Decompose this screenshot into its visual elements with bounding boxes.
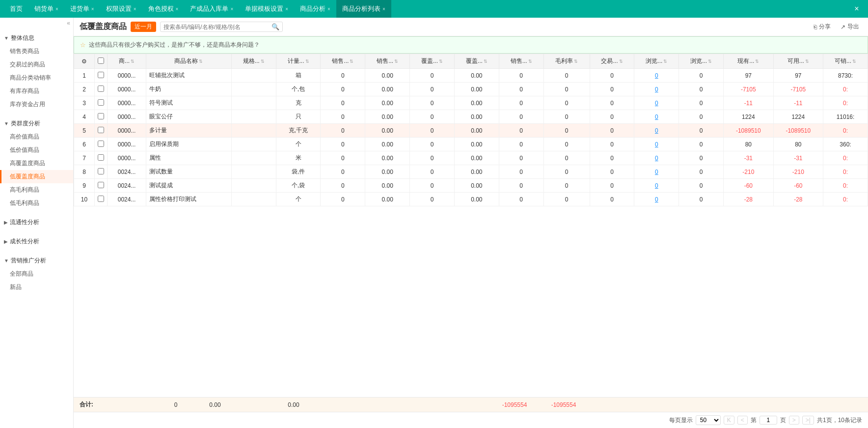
- sidebar-item-new-goods[interactable]: 新品: [0, 281, 73, 294]
- nav-close-analysis-list[interactable]: ×: [382, 6, 385, 12]
- col-coverage2[interactable]: 覆盖...⇅: [454, 54, 499, 69]
- col-sales-other[interactable]: 销售...⇅: [499, 54, 543, 69]
- table-row: 100024...属性价格打印测试个00.0000.0000000-28-280…: [74, 193, 868, 206]
- table-row: 50000...多计量克,千克00.0000.0000000-1089510-1…: [74, 124, 868, 138]
- sidebar-collapse-button[interactable]: «: [0, 18, 73, 29]
- sidebar-group-category[interactable]: ▼ 类群度分析: [0, 117, 73, 130]
- nav-close-purchase[interactable]: ×: [91, 6, 94, 12]
- sidebar-item-sales-goods[interactable]: 销售类商品: [0, 45, 73, 58]
- nav-permission-settings[interactable]: 权限设置 ×: [100, 0, 142, 18]
- nav-product-analysis[interactable]: 商品分析 ×: [294, 0, 336, 18]
- col-spec[interactable]: 规格...⇅: [231, 54, 276, 69]
- col-checkbox: [94, 54, 107, 69]
- nav-purchase-order[interactable]: 进货单 ×: [64, 0, 100, 18]
- collapse-icon: «: [67, 20, 70, 27]
- share-icon: ⎗: [814, 24, 817, 30]
- col-sales-amount[interactable]: 销售...⇅: [365, 54, 410, 69]
- footer-sales-count: 0: [156, 401, 195, 408]
- main-area: « ▼ 整体信息 销售类商品 交易过的商品 商品分类动销率 有库存商品 库存资金…: [0, 18, 868, 428]
- search-icon: 🔍: [271, 23, 279, 30]
- col-gross-margin[interactable]: 毛利率⇅: [543, 54, 590, 69]
- sidebar-item-high-margin[interactable]: 高毛利商品: [0, 183, 73, 197]
- nav-close-analysis[interactable]: ×: [327, 6, 330, 12]
- sidebar-item-traded-goods[interactable]: 交易过的商品: [0, 58, 73, 71]
- col-browse2[interactable]: 浏览...⇅: [679, 54, 724, 69]
- select-all-checkbox[interactable]: [98, 57, 104, 64]
- prev-page-button[interactable]: <: [737, 416, 748, 425]
- search-input[interactable]: [163, 24, 271, 30]
- nav-home[interactable]: 首页: [4, 0, 28, 18]
- col-unit[interactable]: 计量...⇅: [276, 54, 321, 69]
- col-transaction[interactable]: 交易...⇅: [590, 54, 634, 69]
- page-title: 低覆盖度商品: [80, 22, 127, 32]
- export-icon: ↗: [841, 24, 845, 30]
- nav-product-inbound[interactable]: 产成品入库单 ×: [184, 0, 239, 18]
- footer-stock-available: -1095554: [539, 401, 588, 408]
- info-banner: ☆ 这些商品只有很少客户购买过，是推广不够，还是商品本身问题？: [74, 36, 868, 54]
- export-button[interactable]: ↗ 导出: [838, 22, 862, 32]
- col-name[interactable]: 商品名称⇅: [146, 54, 232, 69]
- sidebar-item-low-margin[interactable]: 低毛利商品: [0, 197, 73, 210]
- data-table: ⚙ 商...⇅ 商品名称⇅ 规格...⇅ 计量...⇅ 销售...⇅ 销售...…: [74, 54, 868, 206]
- sidebar-section-marketing: ▼ 营销推广分析 全部商品 新品: [0, 251, 73, 297]
- arrow-icon-marketing: ▼: [4, 258, 9, 263]
- sidebar-section-growth: ▶ 成长性分析: [0, 232, 73, 251]
- content-header: 低覆盖度商品 近一月 🔍 ⎗ 分享 ↗ 导出: [74, 18, 868, 36]
- col-settings[interactable]: ⚙: [74, 54, 95, 69]
- page-label: 页: [780, 416, 786, 425]
- table-wrapper[interactable]: ⚙ 商...⇅ 商品名称⇅ 规格...⇅ 计量...⇅ 销售...⇅ 销售...…: [74, 54, 868, 397]
- footer-stock-current: -1095554: [490, 401, 539, 408]
- table-header-row: ⚙ 商...⇅ 商品名称⇅ 规格...⇅ 计量...⇅ 销售...⇅ 销售...…: [74, 54, 868, 69]
- footer-spacer2: [353, 401, 490, 408]
- nav-close-role[interactable]: ×: [176, 6, 179, 12]
- nav-close-permission[interactable]: ×: [134, 6, 136, 12]
- table-row: 30000...符号测试克00.0000.0000000-11-110:: [74, 96, 868, 110]
- footer-sales-other: [313, 401, 353, 408]
- share-button[interactable]: ⎗ 分享: [811, 22, 834, 32]
- time-filter-button[interactable]: 近一月: [131, 22, 156, 32]
- sidebar-item-all-goods[interactable]: 全部商品: [0, 267, 73, 281]
- first-page-button[interactable]: K: [724, 416, 734, 425]
- sidebar-item-stocked-goods[interactable]: 有库存商品: [0, 85, 73, 98]
- table-row: 10000...旺辅批次测试箱00.0000.000000097978730:: [74, 69, 868, 83]
- sidebar-group-growth[interactable]: ▶ 成长性分析: [0, 235, 73, 248]
- footer-coverage2: 0.00: [274, 401, 313, 408]
- nav-close-sales[interactable]: ×: [55, 6, 58, 12]
- footer-sales-amount: 0.00: [195, 401, 235, 408]
- nav-close-template[interactable]: ×: [285, 6, 288, 12]
- col-stock-current[interactable]: 现有...⇅: [724, 54, 774, 69]
- sidebar-section-category-analysis: ▼ 类群度分析 高价值商品 低价值商品 高覆盖度商品 低覆盖度商品 高毛利商品 …: [0, 114, 73, 213]
- col-browse1[interactable]: 浏览...⇅: [634, 54, 679, 69]
- sidebar-item-category-rate[interactable]: 商品分类动销率: [0, 71, 73, 85]
- col-sales-count[interactable]: 销售...⇅: [321, 54, 365, 69]
- header-actions: ⎗ 分享 ↗ 导出: [811, 22, 862, 32]
- search-box: 🔍: [160, 22, 283, 32]
- footer-totals: 合计: 0 0.00 0.00 -1095554 -1095554: [74, 397, 868, 412]
- sidebar-item-low-value[interactable]: 低价值商品: [0, 143, 73, 157]
- sidebar-item-high-value[interactable]: 高价值商品: [0, 130, 73, 143]
- nav-template-settings[interactable]: 单据模板设置 ×: [239, 0, 294, 18]
- col-coverage1[interactable]: 覆盖...⇅: [410, 54, 455, 69]
- table-row: 70000...属性米00.0000.0000000-31-310:: [74, 151, 868, 165]
- col-stock-available[interactable]: 可用...⇅: [773, 54, 823, 69]
- arrow-icon-circulation: ▶: [4, 220, 8, 225]
- page-number-input[interactable]: [760, 416, 777, 425]
- nav-close-product-inbound[interactable]: ×: [230, 6, 233, 12]
- window-close-button[interactable]: ×: [849, 0, 864, 18]
- sidebar-group-overall[interactable]: ▼ 整体信息: [0, 31, 73, 45]
- page-size-select[interactable]: 50 100 200: [696, 415, 721, 425]
- col-sellable[interactable]: 可销...⇅: [823, 54, 868, 69]
- nav-sales-order[interactable]: 销货单 ×: [28, 0, 64, 18]
- content-area: 低覆盖度商品 近一月 🔍 ⎗ 分享 ↗ 导出 ☆ 这些商品只有很少客户购买过，是…: [74, 18, 868, 428]
- nav-product-analysis-list[interactable]: 商品分析列表 ×: [336, 0, 391, 18]
- sidebar-item-low-coverage[interactable]: 低覆盖度商品: [0, 170, 73, 183]
- col-code[interactable]: 商...⇅: [107, 54, 146, 69]
- next-page-button[interactable]: >: [789, 416, 799, 425]
- page-label-pre: 第: [751, 416, 757, 425]
- sidebar-item-high-coverage[interactable]: 高覆盖度商品: [0, 157, 73, 170]
- sidebar-group-circulation[interactable]: ▶ 流通性分析: [0, 216, 73, 229]
- sidebar-item-inventory-funds[interactable]: 库存资金占用: [0, 98, 73, 111]
- last-page-button[interactable]: >|: [802, 416, 814, 425]
- nav-role-auth[interactable]: 角色授权 ×: [142, 0, 185, 18]
- sidebar-group-marketing[interactable]: ▼ 营销推广分析: [0, 254, 73, 267]
